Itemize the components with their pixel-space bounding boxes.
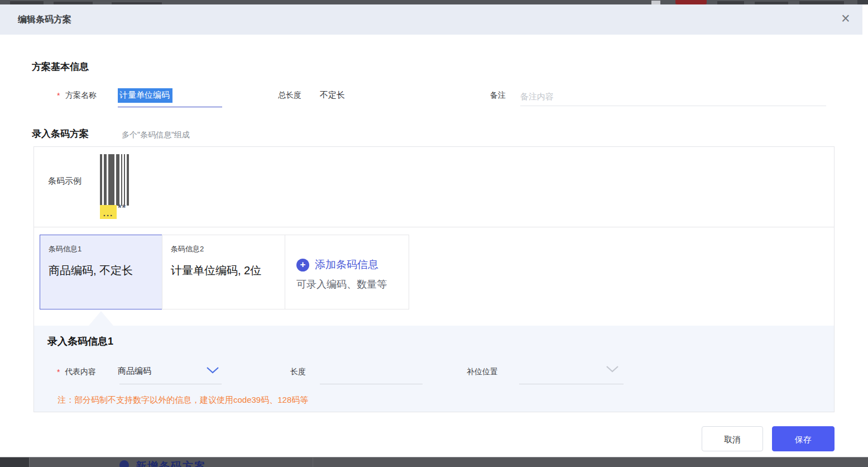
card-desc: 商品编码, 不定长 bbox=[49, 263, 133, 278]
content-select-underline bbox=[119, 384, 222, 384]
length-input-underline bbox=[320, 384, 423, 384]
scheme-name-value: 计量单位编码 bbox=[118, 88, 172, 103]
barcode-highlight-segment: ... bbox=[100, 205, 117, 219]
close-icon[interactable]: × bbox=[837, 10, 854, 27]
background-add-scheme-text: 新增条码方案 bbox=[136, 459, 206, 467]
selected-card-caret bbox=[89, 311, 113, 326]
barcode-info-card-1[interactable]: 条码信息1 商品编码, 不定长 bbox=[40, 235, 162, 309]
dialog-title: 编辑条码方案 bbox=[18, 14, 71, 26]
remark-input[interactable] bbox=[520, 87, 826, 106]
background-fragment bbox=[651, 1, 660, 4]
scheme-panel: 条码示例 ... ** 条码信息1 商品编码, 不定长 条码信息2 计量单位编码… bbox=[33, 146, 835, 412]
total-length-value: 不定长 bbox=[320, 90, 345, 101]
chevron-down-icon bbox=[606, 366, 618, 373]
add-barcode-info-button[interactable]: + 添加条码信息 可录入编码、数量等 bbox=[285, 235, 409, 309]
background-add-scheme-icon bbox=[119, 460, 129, 467]
code-format-note: 注：部分码制不支持数字以外的信息，建议使用code39码、128码等 bbox=[57, 395, 308, 406]
card-name: 条码信息2 bbox=[171, 244, 204, 254]
scheme-name-input[interactable]: 计量单位编码 bbox=[118, 87, 222, 107]
background-red-badge bbox=[675, 0, 707, 4]
dialog-header: 编辑条码方案 bbox=[0, 4, 862, 35]
barcode-dots: ... bbox=[103, 208, 114, 218]
barcode-info-card-2[interactable]: 条码信息2 计量单位编码, 2位 bbox=[162, 235, 285, 309]
scheme-section-title: 录入条码方案 bbox=[32, 127, 89, 140]
length-label: 长度 bbox=[290, 367, 306, 377]
length-input[interactable] bbox=[320, 366, 423, 384]
background-fragment bbox=[0, 458, 30, 467]
basic-info-section-title: 方案基本信息 bbox=[32, 60, 89, 73]
barcode-image bbox=[100, 154, 129, 206]
scheme-name-label: 方案名称 bbox=[65, 90, 97, 101]
content-select[interactable]: 商品编码 bbox=[118, 366, 222, 384]
padding-position-select[interactable] bbox=[519, 366, 624, 384]
background-fragment bbox=[313, 458, 313, 467]
card-name: 条码信息1 bbox=[49, 244, 81, 254]
scheme-section-subtitle: 多个"条码信息"组成 bbox=[122, 130, 190, 140]
required-mark: * bbox=[57, 91, 60, 100]
add-barcode-info-hint: 可录入编码、数量等 bbox=[296, 278, 387, 291]
total-length-label: 总长度 bbox=[278, 90, 301, 101]
required-mark: * bbox=[57, 368, 60, 377]
padding-select-underline bbox=[519, 384, 624, 384]
plus-icon: + bbox=[296, 259, 309, 271]
barcode-info-cards: 条码信息1 商品编码, 不定长 条码信息2 计量单位编码, 2位 + 添加条码信… bbox=[40, 235, 409, 309]
background-fragment bbox=[857, 0, 868, 4]
barcode-example-label: 条码示例 bbox=[48, 176, 81, 187]
barcode-stars: ** bbox=[118, 203, 126, 214]
edit-barcode-scheme-dialog: 编辑条码方案 × 方案基本信息 * 方案名称 计量单位编码 总长度 不定长 备注… bbox=[0, 0, 868, 467]
background-page-bottom-strip: 新增条码方案 bbox=[0, 457, 868, 467]
padding-position-label: 补位位置 bbox=[467, 367, 498, 377]
save-button[interactable]: 保存 bbox=[772, 426, 835, 451]
remark-label: 备注 bbox=[490, 90, 506, 101]
chevron-down-icon bbox=[207, 367, 219, 374]
card-desc: 计量单位编码, 2位 bbox=[171, 263, 261, 278]
background-page-top-strip bbox=[0, 0, 868, 4]
cancel-button[interactable]: 取消 bbox=[702, 426, 763, 451]
barcode-example-row: 条码示例 ... ** bbox=[34, 147, 834, 227]
barcode-info-detail-panel: 录入条码信息1 * 代表内容 商品编码 长度 补位位置 注：部分码制不支持数字以… bbox=[34, 326, 834, 412]
add-barcode-info-label: 添加条码信息 bbox=[315, 258, 378, 272]
content-select-value: 商品编码 bbox=[118, 366, 151, 375]
content-label: 代表内容 bbox=[65, 367, 96, 377]
detail-title: 录入条码信息1 bbox=[47, 335, 113, 348]
